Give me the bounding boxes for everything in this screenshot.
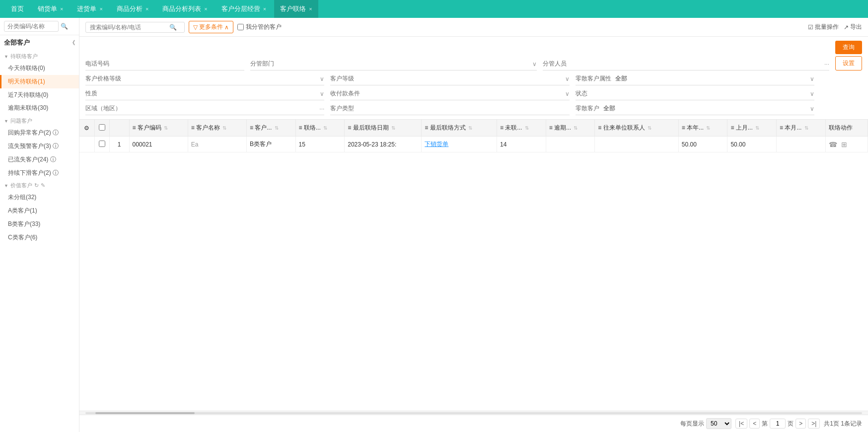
col-header-code[interactable]: ≡ 客户编码 ⇅ bbox=[129, 120, 188, 137]
col-header-overdue[interactable]: ≡ 逾期... ⇅ bbox=[546, 120, 595, 137]
horizontal-scrollbar[interactable] bbox=[79, 411, 868, 415]
search-icon[interactable]: 🔍 bbox=[169, 24, 177, 31]
dots-manager-icon[interactable]: ··· bbox=[824, 61, 829, 68]
nav-tab-5[interactable]: 客户联络 × bbox=[274, 0, 318, 18]
label-customer-level: 客户等级 bbox=[330, 74, 354, 83]
chevron-down-retail-icon[interactable]: ∨ bbox=[810, 75, 814, 82]
close-tab-2[interactable]: × bbox=[145, 6, 148, 12]
input-nature[interactable] bbox=[101, 90, 320, 97]
nav-tab-1[interactable]: 进货单 × bbox=[71, 0, 108, 18]
action-phone-icon[interactable]: ☎ bbox=[829, 141, 837, 148]
my-customer-checkbox[interactable] bbox=[237, 24, 244, 30]
page-suffix: 页 bbox=[788, 420, 794, 428]
chevron-down-price-icon[interactable]: ∨ bbox=[320, 75, 324, 82]
chevron-down-status-icon[interactable]: ∨ bbox=[810, 90, 814, 97]
table-row: 1 000021 Ea B类客户 15 2023-05-23 18:25: 下销… bbox=[79, 137, 868, 152]
last-page-btn[interactable]: >| bbox=[808, 419, 820, 429]
input-status[interactable] bbox=[591, 90, 810, 97]
col-header-last-month[interactable]: ≡ 上月... ⇅ bbox=[727, 120, 777, 137]
select-all-checkbox[interactable] bbox=[99, 124, 105, 131]
sidebar-item-declining[interactable]: 持续下滑客户(2) ⓘ bbox=[0, 166, 79, 180]
input-price-level[interactable] bbox=[125, 75, 320, 82]
first-page-btn[interactable]: |< bbox=[735, 419, 747, 429]
nav-tab-4[interactable]: 客户分层经营 × bbox=[216, 0, 272, 18]
chevron-down-nature-icon[interactable]: ∨ bbox=[320, 90, 324, 97]
sidebar-item-7days[interactable]: 近7天待联络(0) bbox=[0, 88, 79, 102]
col-header-checkbox[interactable] bbox=[94, 120, 109, 137]
dots-region-icon[interactable]: ··· bbox=[319, 105, 324, 112]
col-header-contact[interactable]: ≡ 联络... ⇅ bbox=[295, 120, 345, 137]
nav-tab-0[interactable]: 销货单 × bbox=[32, 0, 69, 18]
page-size-select[interactable]: 50 100 200 bbox=[706, 418, 731, 429]
retail-value: 全部 bbox=[603, 104, 810, 113]
sidebar-item-ungrouped[interactable]: 未分组(32) bbox=[0, 191, 79, 204]
col-header-this-year[interactable]: ≡ 本年... ⇅ bbox=[678, 120, 727, 137]
current-page-input[interactable] bbox=[770, 419, 786, 429]
my-customer-checkbox-container[interactable]: 我分管的客户 bbox=[237, 23, 282, 31]
input-payment[interactable] bbox=[364, 90, 565, 97]
sidebar-all-customers[interactable]: 全部客户 《 bbox=[0, 35, 79, 50]
sidebar-item-type-c[interactable]: C类客户(6) bbox=[0, 231, 79, 244]
sidebar-item-tomorrow[interactable]: 明天待联络(1) bbox=[0, 75, 79, 88]
page-size-label: 每页显示 bbox=[680, 420, 704, 428]
last-method-link[interactable]: 下销货单 bbox=[425, 141, 448, 147]
filter-more-btn[interactable]: ▽ 更多条件 ∧ bbox=[189, 21, 233, 33]
pagination-nav: |< < 第 页 > >| bbox=[735, 419, 820, 429]
col-header-action: 联络动作 bbox=[825, 120, 868, 137]
cell-row-unit-contact bbox=[595, 137, 678, 152]
sidebar-search-icon[interactable]: 🔍 bbox=[61, 23, 68, 30]
cell-row-checkbox[interactable] bbox=[94, 137, 109, 152]
label-cust-type: 客户类型 bbox=[330, 104, 354, 113]
input-cust-type[interactable] bbox=[358, 105, 569, 112]
batch-operation-btn[interactable]: ☑ 批量操作 bbox=[808, 23, 839, 31]
action-grid-icon[interactable]: ⊞ bbox=[841, 141, 847, 148]
close-tab-1[interactable]: × bbox=[99, 6, 102, 12]
col-header-unit-contact[interactable]: ≡ 往来单位联系人 ⇅ bbox=[595, 120, 678, 137]
close-tab-5[interactable]: × bbox=[309, 6, 312, 12]
label-dept: 分管部门 bbox=[250, 60, 274, 68]
sidebar-item-type-b[interactable]: B类客户(33) bbox=[0, 217, 79, 231]
export-btn[interactable]: ↗ 导出 bbox=[844, 23, 862, 31]
col-header-settings[interactable]: ⚙ bbox=[79, 120, 94, 137]
close-tab-3[interactable]: × bbox=[204, 6, 207, 12]
close-tab-4[interactable]: × bbox=[263, 6, 266, 12]
nav-tab-2[interactable]: 商品分析 × bbox=[111, 0, 154, 18]
label-manager: 分管人员 bbox=[543, 60, 567, 68]
col-header-last-method[interactable]: ≡ 最后联络方式 ⇅ bbox=[422, 120, 497, 137]
sidebar-search-input[interactable] bbox=[4, 21, 59, 32]
sidebar-item-lost-warning[interactable]: 流失预警客户(3) ⓘ bbox=[0, 140, 79, 153]
next-page-btn[interactable]: > bbox=[796, 419, 806, 429]
chevron-down-level-icon[interactable]: ∨ bbox=[565, 75, 570, 82]
col-header-this-month[interactable]: ≡ 本月... ⇅ bbox=[777, 120, 826, 137]
sidebar-item-overdue[interactable]: 逾期未联络(30) bbox=[0, 101, 79, 115]
col-header-type[interactable]: ≡ 客户... ⇅ bbox=[246, 120, 295, 137]
sidebar-item-lost[interactable]: 已流失客户(24) ⓘ bbox=[0, 153, 79, 166]
row-checkbox[interactable] bbox=[99, 141, 105, 147]
input-phone[interactable] bbox=[113, 61, 244, 68]
sidebar-item-type-a[interactable]: A类客户(1) bbox=[0, 204, 79, 217]
cell-row-last-method[interactable]: 下销货单 bbox=[422, 137, 497, 152]
sidebar-item-repurchase-anomaly[interactable]: 回购异常客户(2) ⓘ bbox=[0, 126, 79, 140]
sidebar-item-today[interactable]: 今天待联络(0) bbox=[0, 62, 79, 75]
settings-button[interactable]: 设置 bbox=[835, 56, 862, 71]
close-tab-0[interactable]: × bbox=[60, 6, 63, 12]
scrollbar-thumb[interactable] bbox=[95, 412, 195, 414]
chevron-down-dept-icon[interactable]: ∨ bbox=[532, 61, 537, 68]
search-input[interactable] bbox=[90, 24, 169, 31]
query-button[interactable]: 查询 bbox=[835, 41, 862, 54]
input-manager[interactable] bbox=[571, 61, 824, 68]
input-customer-level[interactable] bbox=[358, 75, 565, 82]
total-label: 共1页 1条记录 bbox=[824, 420, 862, 428]
prev-page-btn[interactable]: < bbox=[749, 419, 760, 429]
col-header-last-date[interactable]: ≡ 最后联络日期 ⇅ bbox=[345, 120, 422, 137]
col-header-no-contact[interactable]: ≡ 未联... ⇅ bbox=[497, 120, 546, 137]
input-dept[interactable] bbox=[278, 61, 532, 68]
collapse-icon[interactable]: 《 bbox=[70, 39, 75, 47]
page-label: 第 bbox=[762, 420, 768, 428]
col-header-name[interactable]: ≡ 客户名称 ⇅ bbox=[188, 120, 246, 137]
nav-tab-3[interactable]: 商品分析列表 × bbox=[156, 0, 213, 18]
chevron-down-retail2-icon[interactable]: ∨ bbox=[810, 105, 814, 112]
input-region[interactable] bbox=[125, 105, 319, 112]
chevron-down-payment-icon[interactable]: ∨ bbox=[565, 90, 570, 97]
nav-home[interactable]: 首页 bbox=[5, 0, 30, 18]
